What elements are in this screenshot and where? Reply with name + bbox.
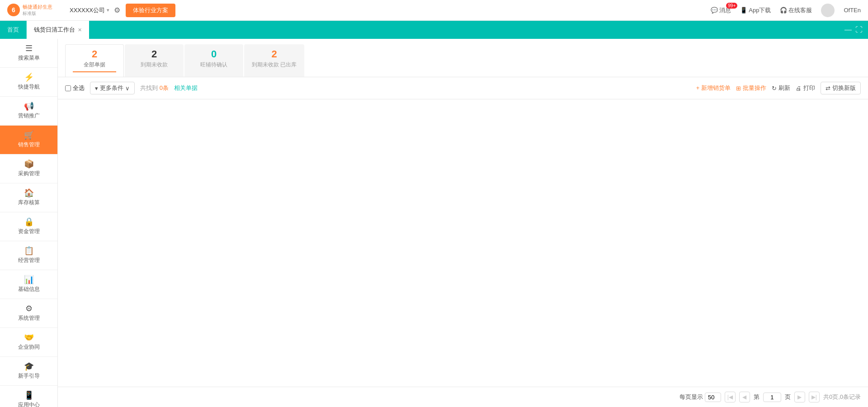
refresh-icon: ↻ <box>772 85 777 92</box>
main-layout: ☰ 搜索菜单 ⚡ 快捷导航 📢 营销推广 🛒 销售管理 📦 采购管理 🏠 库存核… <box>0 39 868 407</box>
related-docs-link[interactable]: 相关单据 <box>174 84 198 92</box>
print-button[interactable]: 🖨 打印 <box>796 84 815 92</box>
mobile-icon: 📱 <box>24 391 34 399</box>
headset-icon: 🎧 <box>780 7 787 14</box>
found-count: 0条 <box>160 84 169 91</box>
box-icon: 📦 <box>24 160 34 168</box>
add-sales-order-button[interactable]: + 新增销货单 <box>696 84 731 92</box>
stat-tab-shipped-label: 到期未收款 已出库 <box>252 61 297 69</box>
sidebar-item-marketing[interactable]: 📢 营销推广 <box>0 97 57 126</box>
logo-icon: 6 <box>7 4 20 16</box>
tab-bar-actions: — ⛶ <box>839 21 868 39</box>
stat-tab-overdue-number: 2 <box>132 48 176 60</box>
stat-tab-all[interactable]: 2 全部单据 <box>65 44 124 77</box>
batch-icon: ⊞ <box>736 85 741 92</box>
sidebar-item-quicknav[interactable]: ⚡ 快捷导航 <box>0 68 57 97</box>
home-icon: 🏠 <box>24 189 34 197</box>
switch-version-button[interactable]: ⇄ 切换新版 <box>821 82 861 94</box>
sidebar-item-guide[interactable]: 🎓 新手引导 <box>0 357 57 386</box>
company-selector[interactable]: XXXXXX公司 ▾ <box>70 6 109 14</box>
sidebar-item-appstore[interactable]: 📱 应用中心 <box>0 386 57 407</box>
tab-workbench[interactable]: 钱货日清工作台 ✕ <box>27 21 89 39</box>
header-right: 💬 消息 99+ 📱 App下载 🎧 在线客服 OfTEn <box>711 4 861 17</box>
speaker-icon: 📢 <box>24 102 34 110</box>
minimize-icon[interactable]: — <box>844 26 852 34</box>
filter-icon: ▾ <box>95 85 98 92</box>
page-last-button[interactable]: ▶| <box>809 392 820 402</box>
toolbar-right: + 新增销货单 ⊞ 批量操作 ↻ 刷新 🖨 打印 ⇄ 切换新版 <box>696 82 861 94</box>
sidebar-item-inventory[interactable]: 🏠 库存核算 <box>0 183 57 212</box>
table-area <box>58 99 868 387</box>
clipboard-icon: 📋 <box>24 247 34 255</box>
gear-icon: ⚙ <box>25 304 33 313</box>
filter-button[interactable]: ▾ 更多条件 ∨ <box>90 82 135 94</box>
settings-icon[interactable]: ⚙ <box>114 6 120 14</box>
content-area: 2 全部单据 2 到期未收款 0 旺辅待确认 2 到期未收款 已出库 <box>58 39 868 407</box>
cart-icon: 🛒 <box>24 131 34 139</box>
page-size-select: 每页显示 50 100 200 <box>679 393 721 402</box>
message-badge: 99+ <box>726 3 737 9</box>
refresh-button[interactable]: ↻ 刷新 <box>772 84 790 92</box>
maximize-icon[interactable]: ⛶ <box>855 26 863 34</box>
chevron-down-icon: ▾ <box>107 7 109 13</box>
trial-button[interactable]: 体验行业方案 <box>126 4 175 17</box>
found-text: 共找到 0条 <box>140 84 169 92</box>
tab-bar: 首页 钱货日清工作台 ✕ — ⛶ <box>0 21 868 39</box>
stat-tab-wangpu-label: 旺辅待确认 <box>192 61 236 69</box>
username-label[interactable]: OfTEn <box>844 7 861 14</box>
graduation-icon: 🎓 <box>24 362 34 370</box>
sidebar-item-system[interactable]: ⚙ 系统管理 <box>0 299 57 328</box>
stat-tab-overdue-label: 到期未收款 <box>132 61 176 69</box>
page-number-input[interactable] <box>763 393 781 402</box>
sidebar-item-finance[interactable]: 🔒 资金管理 <box>0 212 57 241</box>
stat-tab-wangpu[interactable]: 0 旺辅待确认 <box>184 44 243 77</box>
message-icon: 💬 <box>711 7 718 14</box>
sidebar-item-sales[interactable]: 🛒 销售管理 <box>0 126 57 154</box>
sidebar-item-basic-info[interactable]: 📊 基础信息 <box>0 270 57 299</box>
tab-home[interactable]: 首页 <box>0 21 27 39</box>
page-next-button[interactable]: ▶ <box>794 392 805 402</box>
message-button[interactable]: 💬 消息 99+ <box>711 6 731 14</box>
select-all-input[interactable] <box>65 85 71 91</box>
stat-tab-shipped[interactable]: 2 到期未收款 已出库 <box>244 44 304 77</box>
chart-icon: 📊 <box>24 276 34 284</box>
avatar[interactable] <box>821 4 835 17</box>
page-first-button[interactable]: |◀ <box>725 392 736 402</box>
lock-icon: 🔒 <box>24 218 34 226</box>
switch-icon: ⇄ <box>826 85 830 92</box>
stat-tab-overdue[interactable]: 2 到期未收款 <box>125 44 184 77</box>
sidebar-item-operations[interactable]: 📋 经营管理 <box>0 241 57 270</box>
chevron-icon: ∨ <box>125 85 130 92</box>
top-header: 6 畅捷通好生意 标准版 XXXXXX公司 ▾ ⚙ 体验行业方案 💬 消息 99… <box>0 0 868 21</box>
sidebar-item-search[interactable]: ☰ 搜索菜单 <box>0 39 57 68</box>
stat-tab-wangpu-number: 0 <box>192 48 236 60</box>
batch-operation-button[interactable]: ⊞ 批量操作 <box>736 84 766 92</box>
logo-area: 6 畅捷通好生意 标准版 <box>7 4 65 16</box>
page-size-dropdown[interactable]: 50 100 200 <box>705 393 721 402</box>
menu-icon: ☰ <box>25 44 33 52</box>
stats-tabs-row: 2 全部单据 2 到期未收款 0 旺辅待确认 2 到期未收款 已出库 <box>65 44 861 77</box>
sidebar-item-purchase[interactable]: 📦 采购管理 <box>0 154 57 183</box>
page-prev-button[interactable]: ◀ <box>739 392 750 402</box>
sidebar-item-enterprise[interactable]: 🤝 企业协同 <box>0 328 57 357</box>
page-total: 共0页,0条记录 <box>823 393 861 401</box>
app-download-button[interactable]: 📱 App下载 <box>740 6 771 14</box>
stat-tab-all-number: 2 <box>73 48 116 60</box>
phone-icon: 📱 <box>740 7 747 14</box>
online-service-button[interactable]: 🎧 在线客服 <box>780 6 812 14</box>
pagination-bar: 每页显示 50 100 200 |◀ ◀ 第 页 ▶ ▶| 共0页,0条记录 <box>58 387 868 407</box>
toolbar: 全选 ▾ 更多条件 ∨ 共找到 0条 相关单据 + 新增销货单 ⊞ 批量操作 ↻ <box>58 77 868 99</box>
logo-name: 畅捷通好生意 <box>23 4 52 10</box>
flash-icon: ⚡ <box>24 73 34 81</box>
stat-tab-shipped-number: 2 <box>252 48 297 60</box>
sidebar: ☰ 搜索菜单 ⚡ 快捷导航 📢 营销推广 🛒 销售管理 📦 采购管理 🏠 库存核… <box>0 39 58 407</box>
handshake-icon: 🤝 <box>24 333 34 342</box>
stats-tabs: 2 全部单据 2 到期未收款 0 旺辅待确认 2 到期未收款 已出库 <box>58 39 868 77</box>
tab-close-icon[interactable]: ✕ <box>78 27 82 33</box>
logo-sub: 标准版 <box>23 10 52 17</box>
select-all-checkbox[interactable]: 全选 <box>65 84 85 92</box>
print-icon: 🖨 <box>796 85 802 92</box>
stat-tab-all-label: 全部单据 <box>73 61 116 69</box>
